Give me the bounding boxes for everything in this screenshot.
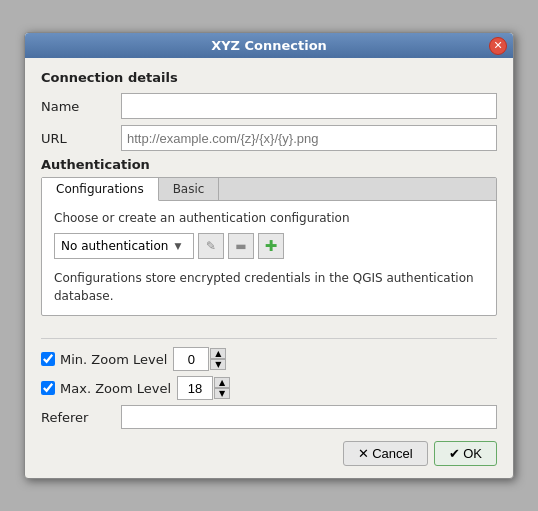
min-zoom-checkbox[interactable] xyxy=(41,352,55,366)
referer-input[interactable] xyxy=(121,405,497,429)
name-input[interactable] xyxy=(121,93,497,119)
name-row: Name xyxy=(41,93,497,119)
auth-tab-container: Configurations Basic Choose or create an… xyxy=(41,177,497,316)
authentication-label: Authentication xyxy=(41,157,497,172)
button-row: ✕ Cancel ✔ OK xyxy=(25,433,513,478)
min-zoom-label: Min. Zoom Level xyxy=(60,352,167,367)
dropdown-arrow-icon: ▼ xyxy=(174,241,181,251)
url-row: URL xyxy=(41,125,497,151)
auth-select-dropdown[interactable]: No authentication ▼ xyxy=(54,233,194,259)
plus-icon: ✚ xyxy=(265,237,278,255)
max-zoom-row: Max. Zoom Level ▲ ▼ xyxy=(41,376,497,400)
min-zoom-input[interactable] xyxy=(173,347,209,371)
edit-icon: ✎ xyxy=(206,239,216,253)
dialog-title: XYZ Connection xyxy=(211,38,327,53)
min-zoom-up-btn[interactable]: ▲ xyxy=(210,348,226,359)
tab-configurations[interactable]: Configurations xyxy=(42,178,159,201)
tab-bar: Configurations Basic xyxy=(42,178,496,201)
referer-label: Referer xyxy=(41,410,121,425)
tab-configurations-content: Choose or create an authentication confi… xyxy=(42,201,496,315)
zoom-referer-section: Min. Zoom Level ▲ ▼ Max. Zoom Level ▲ ▼ xyxy=(25,326,513,433)
min-zoom-input-wrap: ▲ ▼ xyxy=(173,347,226,371)
tab-basic[interactable]: Basic xyxy=(159,178,220,200)
max-zoom-down-btn[interactable]: ▼ xyxy=(214,388,230,399)
min-zoom-spinners: ▲ ▼ xyxy=(210,348,226,370)
max-zoom-input[interactable] xyxy=(177,376,213,400)
auth-controls: No authentication ▼ ✎ ▬ ✚ xyxy=(54,233,484,259)
delete-icon: ▬ xyxy=(235,239,246,253)
auth-edit-button[interactable]: ✎ xyxy=(198,233,224,259)
url-input[interactable] xyxy=(121,125,497,151)
title-bar: XYZ Connection ✕ xyxy=(25,33,513,58)
auth-select-value: No authentication xyxy=(61,239,168,253)
ok-button[interactable]: ✔ OK xyxy=(434,441,497,466)
min-zoom-row: Min. Zoom Level ▲ ▼ xyxy=(41,347,497,371)
dialog-body: Connection details Name URL Authenticati… xyxy=(25,58,513,326)
max-zoom-spinners: ▲ ▼ xyxy=(214,377,230,399)
xyz-connection-dialog: XYZ Connection ✕ Connection details Name… xyxy=(24,32,514,479)
divider xyxy=(41,338,497,339)
max-zoom-up-btn[interactable]: ▲ xyxy=(214,377,230,388)
close-button[interactable]: ✕ xyxy=(489,37,507,55)
auth-delete-button[interactable]: ▬ xyxy=(228,233,254,259)
max-zoom-checkbox[interactable] xyxy=(41,381,55,395)
max-zoom-label: Max. Zoom Level xyxy=(60,381,171,396)
min-zoom-down-btn[interactable]: ▼ xyxy=(210,359,226,370)
connection-details-title: Connection details xyxy=(41,70,497,85)
auth-tab-desc: Choose or create an authentication confi… xyxy=(54,211,484,225)
auth-add-button[interactable]: ✚ xyxy=(258,233,284,259)
auth-info-text: Configurations store encrypted credentia… xyxy=(54,269,484,305)
referer-row: Referer xyxy=(41,405,497,429)
url-label: URL xyxy=(41,131,121,146)
name-label: Name xyxy=(41,99,121,114)
cancel-button[interactable]: ✕ Cancel xyxy=(343,441,428,466)
max-zoom-input-wrap: ▲ ▼ xyxy=(177,376,230,400)
